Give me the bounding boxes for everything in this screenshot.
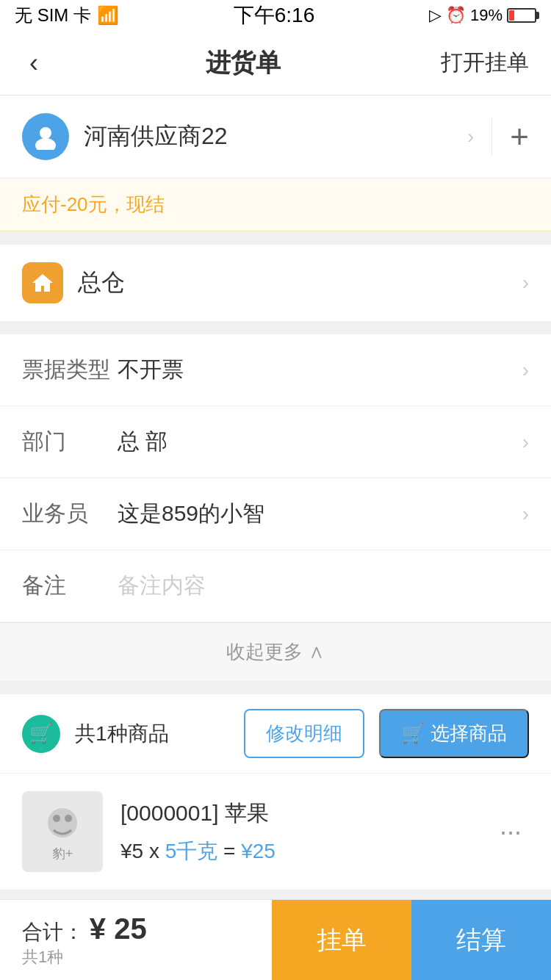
open-suspend-button[interactable]: 打开挂单: [441, 48, 529, 78]
supplier-name: 河南供应商22: [84, 120, 467, 153]
invoice-type-value: 不开票: [110, 355, 522, 385]
svg-point-4: [53, 815, 60, 822]
product-cart-icon: 🛒: [22, 715, 60, 753]
edit-detail-button[interactable]: 修改明细: [244, 709, 364, 758]
battery-percent: 19%: [470, 6, 503, 25]
select-product-icon: 🛒: [401, 722, 425, 745]
product-more-button[interactable]: ···: [492, 809, 529, 854]
select-product-label: 选择商品: [431, 721, 507, 746]
invoice-type-label: 票据类型: [22, 355, 110, 385]
select-product-button[interactable]: 🛒 选择商品: [379, 709, 529, 758]
footer-total: 合计： ¥ 25 共1种: [0, 912, 272, 968]
warehouse-row[interactable]: 总仓 ›: [0, 245, 551, 321]
location-icon: ▷: [429, 6, 442, 25]
status-bar: 无 SIM 卡 📶 下午6:16 ▷ ⏰ 19%: [0, 0, 551, 31]
carrier-text: 无 SIM 卡: [15, 4, 91, 27]
salesperson-value: 这是859的小智: [110, 499, 522, 529]
remark-label: 备注: [22, 571, 110, 601]
product-logo-icon: [40, 801, 84, 845]
chevron-right-icon: ›: [467, 125, 474, 148]
remark-placeholder[interactable]: 备注内容: [110, 571, 529, 601]
checkout-button[interactable]: 结算: [411, 900, 551, 981]
supplier-divider: [491, 118, 492, 155]
product-info: [0000001] 苹果 ¥5 x 5千克 = ¥25: [120, 799, 492, 865]
battery-icon: [507, 8, 536, 23]
form-section: 票据类型 不开票 › 部门 总 部 › 业务员 这是859的小智 › 备注 备注…: [0, 334, 551, 681]
wifi-icon: 📶: [97, 5, 119, 26]
svg-point-1: [35, 138, 56, 150]
total-label: 合计：: [22, 920, 84, 943]
notice-banner: 应付-20元，现结: [0, 179, 551, 231]
suspend-button[interactable]: 挂单: [272, 900, 411, 981]
product-count-text: 共1种商品: [75, 720, 229, 748]
supplier-section: 河南供应商22 › + 应付-20元，现结: [0, 96, 551, 231]
home-icon: [31, 271, 54, 295]
price-total: ¥25: [241, 840, 276, 862]
add-supplier-button[interactable]: +: [510, 118, 529, 155]
salesperson-label: 业务员: [22, 499, 110, 529]
remark-row[interactable]: 备注 备注内容: [0, 550, 551, 622]
content-area: 河南供应商22 › + 应付-20元，现结 总仓 ›: [0, 96, 551, 890]
invoice-type-row[interactable]: 票据类型 不开票 ›: [0, 334, 551, 406]
total-amount: ¥ 25: [90, 912, 147, 945]
product-name: [0000001] 苹果: [120, 799, 492, 829]
department-chevron-icon: ›: [522, 430, 529, 454]
warehouse-section[interactable]: 总仓 ›: [0, 245, 551, 321]
page-title: 进货单: [206, 46, 281, 80]
footer-total-line: 合计： ¥ 25: [22, 912, 250, 946]
svg-point-0: [40, 127, 51, 139]
price-unit: ¥5 x: [120, 840, 165, 862]
product-thumbnail: 豹+: [22, 791, 103, 872]
person-icon: [32, 123, 59, 150]
warehouse-name: 总仓: [78, 267, 522, 299]
supplier-avatar: [22, 113, 69, 160]
product-item: 豹+ [0000001] 苹果 ¥5 x 5千克 = ¥25 ···: [0, 774, 551, 890]
supplier-row[interactable]: 河南供应商22 › +: [0, 96, 551, 179]
price-qty: 5千克: [165, 840, 218, 862]
product-price: ¥5 x 5千克 = ¥25: [120, 837, 492, 865]
status-left: 无 SIM 卡 📶: [15, 4, 119, 27]
salesperson-row[interactable]: 业务员 这是859的小智 ›: [0, 478, 551, 550]
department-row[interactable]: 部门 总 部 ›: [0, 406, 551, 478]
department-value: 总 部: [110, 427, 522, 457]
footer-total-count: 共1种: [22, 946, 250, 968]
collapse-button[interactable]: 收起更多 ∧: [0, 622, 551, 681]
price-equals: =: [217, 840, 241, 862]
product-section: 🛒 共1种商品 修改明细 🛒 选择商品: [0, 694, 551, 890]
svg-point-5: [65, 815, 72, 822]
warehouse-icon: [22, 262, 63, 303]
battery-fill: [509, 10, 514, 21]
nav-bar: ‹ 进货单 打开挂单: [0, 31, 551, 96]
svg-marker-2: [32, 274, 53, 292]
product-thumb-label: 豹+: [52, 845, 73, 862]
salesperson-chevron-icon: ›: [522, 502, 529, 526]
status-time: 下午6:16: [234, 1, 315, 29]
footer: 合计： ¥ 25 共1种 挂单 结算: [0, 899, 551, 980]
product-header: 🛒 共1种商品 修改明细 🛒 选择商品: [0, 694, 551, 774]
department-label: 部门: [22, 427, 110, 457]
status-right: ▷ ⏰ 19%: [429, 6, 536, 25]
alarm-icon: ⏰: [446, 6, 466, 25]
back-button[interactable]: ‹: [22, 40, 46, 86]
notice-text: 应付-20元，现结: [22, 193, 165, 215]
warehouse-chevron-icon: ›: [522, 271, 529, 295]
invoice-type-chevron-icon: ›: [522, 359, 529, 382]
